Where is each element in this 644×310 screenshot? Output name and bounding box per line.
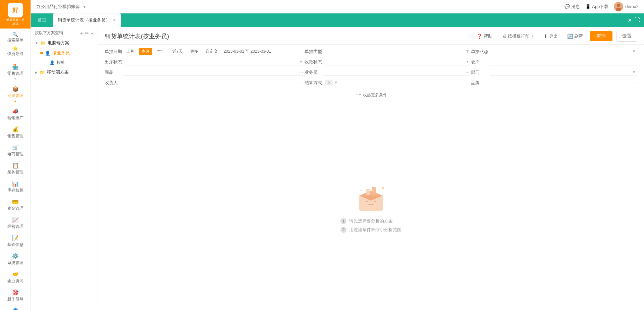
message-btn[interactable]: 💬 消息 (565, 4, 580, 10)
docstatus-dropdown[interactable]: ▼ (632, 49, 636, 54)
app-download-btn[interactable]: 📱 App下载 (585, 4, 608, 10)
sidebar-item-purchase[interactable]: 📋 采购管理 (0, 160, 31, 178)
help-btn[interactable]: ❓ 帮助 (474, 32, 495, 41)
outstatus-input[interactable] (125, 59, 298, 64)
consignee-dots[interactable]: ··· (299, 80, 303, 85)
sidebar-item-system[interactable]: ⚙️ 系统管理 (0, 250, 31, 268)
collapse-btn[interactable]: ⌃⌃ 收起更多条件 (355, 92, 387, 98)
payment-tag[interactable]: ✕ (325, 80, 333, 85)
staff-dots[interactable]: ··· (466, 69, 470, 75)
outstatus-label: 出库状态 (105, 59, 123, 65)
brand-dots[interactable]: ··· (632, 80, 636, 85)
warehouse-dots[interactable]: ··· (632, 59, 636, 64)
tree-node-mobile[interactable]: ▶ 📁 移动端方案 (31, 67, 98, 77)
scheme-by-order[interactable]: 👤 按单 (46, 58, 98, 67)
goods-dots[interactable]: ··· (299, 69, 303, 75)
app-dropdown[interactable]: ▼ (83, 4, 87, 9)
tree-node-desktop[interactable]: ▼ 📁 电脑端方案 (31, 38, 98, 48)
outstatus-dropdown[interactable]: ▼ (299, 59, 303, 64)
filter-date: 单据日期 上月 本月 本年 近7天 更多 自定义 2023-03-01 至 20… (105, 48, 305, 55)
payment-tag-remove[interactable]: ✕ (328, 81, 331, 85)
download-icon: 📱 (585, 4, 591, 9)
user-avatar-btn[interactable]: demo2 (614, 2, 639, 11)
sidebar-item-basic[interactable]: 📝 基础信息 (0, 232, 31, 250)
sidebar-item-inventory[interactable]: 📊 库存核算 (0, 178, 31, 196)
scheme-header: 按以下方案查询 + ✏ « (31, 27, 98, 38)
scheme-collapse-btn[interactable]: « (91, 31, 94, 36)
by-order-icon: 👤 (50, 60, 55, 65)
export-icon: ⬇ (544, 34, 548, 39)
tip-item-1: 1 请先选择要分析的方案 (340, 218, 401, 224)
print-dropdown[interactable]: ▼ (531, 35, 534, 38)
staff-input[interactable] (325, 70, 465, 75)
sidebar-item-retail[interactable]: 🏪 零售管理 ▼ (0, 61, 31, 83)
sidebar-item-sales[interactable]: 💰 销售管理 (0, 123, 31, 142)
newbie-icon: 🎯 (12, 289, 19, 296)
tab-sales-stat[interactable]: 销货单统计表（按业务员） ✕ (53, 13, 121, 27)
collapse-icon: ⌃⌃ (355, 93, 362, 98)
scheme-tree: ▼ 📁 电脑端方案 👤 按业务员 👤 按单 (31, 38, 98, 81)
payment-dropdown[interactable]: ▼ (334, 80, 338, 85)
tab-expand-action[interactable]: ⛶ (635, 17, 640, 23)
tip-item-2: 2 用过滤条件来缩小分析范围 (340, 227, 401, 233)
dept-control: ▼ (490, 69, 637, 76)
sidebar-item-finance[interactable]: 💳 资金管理 (0, 196, 31, 214)
scheme-edit-btn[interactable]: ✏ (85, 31, 89, 36)
settings-button[interactable]: 设置 (616, 31, 637, 42)
tab-close-action[interactable]: ✕ (628, 17, 632, 23)
brand-input[interactable] (491, 80, 631, 85)
staff-control: ··· (323, 69, 471, 76)
date-btn-thisyear[interactable]: 本年 (154, 48, 168, 55)
filter-consignee: 收货人 ··· (105, 79, 305, 86)
brand-label: 品牌 (471, 80, 490, 86)
query-button[interactable]: 查询 (590, 31, 612, 41)
sidebar-item-appstore[interactable]: 🔷 应用中心 (0, 305, 31, 310)
export-btn[interactable]: ⬇ 导出 (541, 32, 560, 41)
doctype-dropdown[interactable]: ▼ (466, 49, 470, 54)
scheme-add-btn[interactable]: + (80, 31, 83, 36)
date-btn-custom[interactable]: 自定义 (203, 48, 220, 55)
tab-close-btn[interactable]: ✕ (113, 18, 116, 22)
app-name: 办公用品行业模拟账套 (36, 4, 80, 10)
warehouse-control: ··· (490, 58, 637, 65)
staff-label: 业务员 (305, 69, 323, 75)
sidebar-item-operation[interactable]: 📈 经营管理 (0, 214, 31, 232)
goods-input[interactable] (125, 70, 298, 75)
scheme-panel: 按以下方案查询 + ✏ « ▼ 📁 电脑端方案 👤 按业务员 (31, 27, 98, 310)
docstatus-input[interactable] (491, 49, 631, 54)
print-btn[interactable]: 🖨 按模板打印 ▼ (499, 32, 537, 41)
consignee-input[interactable] (125, 80, 298, 85)
date-btn-thismonth[interactable]: 本月 (139, 48, 152, 55)
date-btn-more[interactable]: 更多 (187, 48, 201, 55)
shortcut-nav[interactable]: ⭐ 快捷导航 (0, 44, 31, 58)
search-menu[interactable]: 🔍 搜索菜单 (0, 29, 31, 44)
sidebar-item-ecommerce[interactable]: 🛒 电商管理 (0, 142, 31, 160)
date-btn-lastmonth[interactable]: 上月 (123, 48, 137, 55)
report-header: 销货单统计表(按业务员) ❓ 帮助 🖨 按模板打印 ▼ ⬇ 导出 (98, 27, 644, 45)
doctype-input[interactable] (325, 49, 464, 54)
filter-warehouse: 仓库 ··· (471, 58, 637, 65)
tip-num-2: 2 (340, 227, 346, 233)
scheme-by-staff[interactable]: 👤 按业务员 (40, 48, 98, 58)
receiptstatus-dropdown[interactable]: ▼ (466, 59, 470, 64)
filter-area: 单据日期 上月 本月 本年 近7天 更多 自定义 2023-03-01 至 20… (98, 45, 644, 103)
dept-dropdown[interactable]: ▼ (632, 70, 636, 74)
refresh-btn[interactable]: 🔄 刷新 (565, 32, 586, 41)
desktop-arrow: ▼ (35, 41, 38, 45)
header-right: 💬 消息 📱 App下载 demo2 (565, 2, 639, 11)
filter-row-1: 单据日期 上月 本月 本年 近7天 更多 自定义 2023-03-01 至 20… (105, 48, 637, 55)
date-btn-7days[interactable]: 近7天 (170, 48, 185, 55)
empty-state: 1 请先选择要分析的方案 2 用过滤条件来缩小分析范围 (340, 180, 401, 233)
filter-docstatus: 单据状态 ▼ (471, 48, 637, 55)
main-area: 办公用品行业模拟账套 ▼ 💬 消息 📱 App下载 demo2 首页 (31, 0, 644, 310)
warehouse-input[interactable] (491, 59, 631, 64)
tab-home[interactable]: 首页 (31, 13, 53, 27)
sidebar-item-enterprise[interactable]: 🤝 企业协同 (0, 268, 31, 287)
sidebar-item-wholesale[interactable]: 📦 批发管理 ▲ (0, 83, 31, 105)
docstatus-control: ▼ (490, 48, 637, 55)
sidebar-item-marketing[interactable]: 📣 营销推广 (0, 105, 31, 123)
report-title: 销货单统计表(按业务员) (105, 32, 169, 40)
receiptstatus-input[interactable] (325, 59, 464, 64)
sidebar-item-newbie[interactable]: 🎯 新手引导 (0, 287, 31, 305)
dept-input[interactable] (491, 70, 631, 75)
